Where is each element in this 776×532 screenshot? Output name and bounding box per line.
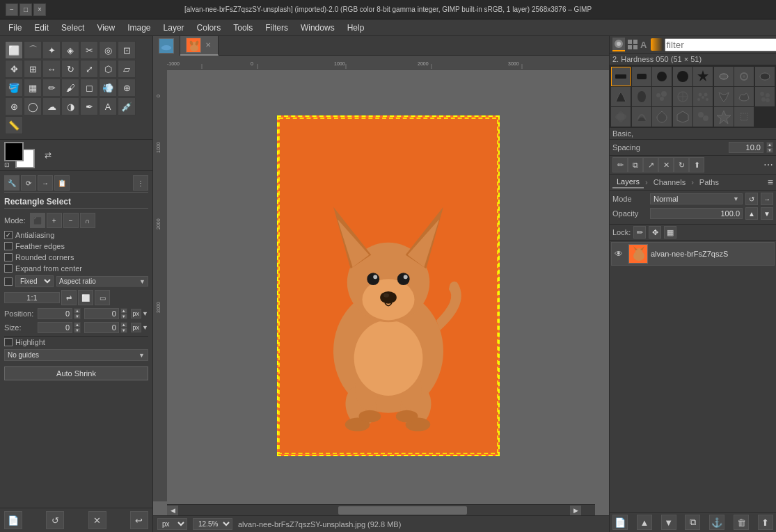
mode-apply-button[interactable]: → [761,193,773,205]
position-unit[interactable]: px [131,309,142,319]
color-reset-icon[interactable]: ⊡ [4,161,10,168]
statusbar-unit-select[interactable]: px mm in [157,518,187,530]
toolbox-cancel-icon[interactable]: ✕ [88,511,106,529]
color-picker-tool[interactable]: 💉 [118,97,136,115]
rotate-tool[interactable]: ↻ [61,60,79,78]
layer-visibility-icon[interactable]: 👁 [615,249,626,259]
size-h-down[interactable]: ▼ [120,328,127,333]
brush-refresh-icon[interactable]: ↻ [674,157,689,172]
convolve-tool[interactable]: ◯ [24,97,42,115]
opacity-input[interactable] [650,208,743,219]
spacing-spin[interactable]: ▲ ▼ [766,142,773,153]
scale-tool[interactable]: ⤢ [80,60,98,78]
brush-cell-21[interactable] [693,107,713,127]
position-x-input[interactable] [38,308,72,319]
gradients-tab-icon[interactable] [651,38,663,51]
opacity-spin-down[interactable]: ▼ [761,207,773,220]
brush-cell-9[interactable] [611,87,631,106]
brush-cell-11[interactable] [652,87,672,106]
opacity-spin-up[interactable]: ▲ [745,207,758,220]
brush-actions-menu-icon[interactable]: ⋯ [763,159,773,170]
measure-tool[interactable]: 📏 [5,116,23,134]
menu-select[interactable]: Select [56,22,90,34]
brush-cell-4[interactable] [673,67,692,86]
maximize-button[interactable]: □ [19,3,32,16]
free-select-tool[interactable]: ⌒ [24,41,42,59]
highlight-checkbox[interactable] [4,338,13,346]
mode-select[interactable]: Normal ▼ [650,193,743,204]
mode-replace-btn[interactable]: ⬛ [30,213,45,228]
size-w-spin[interactable]: ▲ ▼ [74,322,81,333]
fill-tool[interactable]: 🪣 [5,79,23,97]
canvas-content[interactable] [167,70,609,501]
perspective-tool[interactable]: ▱ [118,60,136,78]
patterns-tab-icon[interactable] [626,38,639,51]
brush-cell-16[interactable] [755,87,775,106]
position-y-input[interactable] [84,308,119,319]
menu-view[interactable]: View [91,22,120,34]
rounded-corners-checkbox[interactable] [4,253,13,261]
brush-cell-22[interactable] [714,107,734,127]
brush-edit-icon[interactable]: ✏ [612,157,628,172]
spacing-down-button[interactable]: ▼ [766,147,773,153]
layer-panel-menu-button[interactable]: ⬆ [758,515,773,530]
tool-opt-tab-active[interactable]: 🔧 [4,175,19,191]
foreground-color[interactable] [4,142,24,161]
spacing-input[interactable] [729,142,763,153]
menu-windows[interactable]: Windows [295,22,340,34]
tool-opt-tab3[interactable]: → [38,175,53,191]
brush-cell-13[interactable] [693,87,713,106]
mode-add-btn[interactable]: + [47,213,62,228]
menu-layer[interactable]: Layer [158,22,190,34]
mode-intersect-btn[interactable]: ∩ [80,213,95,228]
close-button[interactable]: × [33,3,46,16]
transform-tool[interactable]: ↔ [42,60,61,78]
toolbox-doc-icon[interactable]: 📄 [4,511,22,529]
canvas-tab-water[interactable] [153,36,180,56]
size-w-down[interactable]: ▼ [74,328,81,333]
brush-cell-17[interactable] [611,107,631,127]
aspect-ratio-arrow[interactable]: ▼ [139,278,145,285]
size-h-up[interactable]: ▲ [120,322,127,328]
brush-paste-icon[interactable]: ↗ [643,157,658,172]
position-x-spin[interactable]: ▲ ▼ [74,308,81,319]
brush-cell-2[interactable] [632,67,651,86]
brush-cell-18[interactable] [632,107,651,127]
fuzzy-select-tool[interactable]: ✦ [42,41,61,59]
brush-cell-1[interactable] [611,67,631,86]
horizontal-scrollbar[interactable]: ◀ ▶ [167,504,595,515]
brush-cell-23[interactable] [734,107,754,127]
tool-opt-tab4[interactable]: 📋 [54,175,70,191]
ratio-input[interactable] [4,292,60,303]
paint-brush-tool[interactable]: 🖌 [61,79,79,97]
feather-edges-checkbox[interactable] [4,242,13,250]
position-x-down[interactable]: ▼ [74,314,81,319]
layer-delete-button[interactable]: 🗑 [734,515,749,530]
brush-cell-5[interactable] [693,67,713,86]
statusbar-zoom-select[interactable]: 12.5% 25% 50% 100% [193,518,232,530]
position-unit-arrow[interactable]: ▼ [142,310,148,317]
brush-cell-7[interactable] [734,67,754,86]
minimize-button[interactable]: − [6,3,18,16]
size-h-input[interactable] [84,322,119,333]
foreground-select-tool[interactable]: ◎ [99,41,117,59]
select-by-color-tool[interactable]: ◈ [61,41,79,59]
menu-file[interactable]: File [3,22,27,34]
position-y-up[interactable]: ▲ [120,308,127,314]
auto-shrink-button[interactable]: Auto Shrink [4,366,148,380]
scissors-select-tool[interactable]: ✂ [80,41,98,59]
brush-cell-14[interactable] [714,87,734,106]
position-y-down[interactable]: ▼ [120,314,127,319]
mode-subtract-btn[interactable]: − [63,213,79,228]
lock-position-icon[interactable]: ✥ [649,226,661,239]
ratio-swap-icon[interactable]: ⇄ [61,290,77,305]
guides-select[interactable]: No guides ▼ [4,349,148,361]
fonts-tab-icon[interactable]: A [640,38,647,51]
menu-tools[interactable]: Tools [228,22,258,34]
eraser-tool[interactable]: ◻ [80,79,98,97]
rect-select-tool[interactable]: ⬜ [5,41,23,59]
position-x-up[interactable]: ▲ [74,308,81,314]
toolbox-undo-icon[interactable]: ↺ [46,511,64,529]
menu-filters[interactable]: Filters [260,22,294,34]
move-tool[interactable]: ✥ [5,60,23,78]
